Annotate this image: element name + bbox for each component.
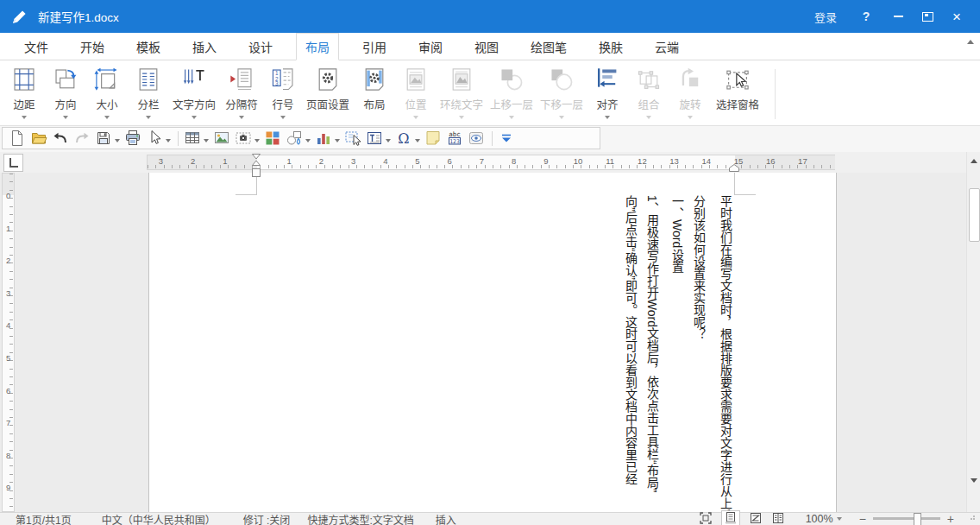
dropdown-arrow-icon[interactable] — [335, 139, 340, 142]
zoom-in-button[interactable]: + — [947, 513, 954, 525]
ribbon-button-label: 位置 — [405, 96, 426, 112]
tab-home[interactable]: 开始 — [72, 33, 113, 60]
toolbar-screenshot-button[interactable] — [235, 130, 260, 147]
view-fit-page-icon[interactable] — [699, 511, 713, 525]
toolbar-insert-symbol-button[interactable]: Ω — [395, 130, 420, 147]
dropdown-arrow-icon[interactable] — [280, 116, 286, 119]
document-text-column[interactable]: 向”后点击“确认”即可。这时可以看到文档中内容里已经 — [619, 195, 641, 512]
dropdown-arrow-icon[interactable] — [104, 116, 110, 119]
toolbar-word-count-button[interactable]: abc123 — [446, 130, 463, 147]
right-indent-marker[interactable] — [729, 164, 739, 172]
ribbon-orientation-button[interactable]: 方向 — [45, 64, 86, 120]
dropdown-arrow-icon[interactable] — [192, 116, 197, 119]
toolbar-insert-picture-button[interactable] — [213, 130, 230, 147]
zoom-dropdown-icon[interactable] — [837, 517, 842, 521]
ribbon-size-button[interactable]: 大小 — [86, 64, 128, 120]
maximize-button[interactable] — [913, 0, 942, 33]
vertical-scrollbar[interactable] — [966, 152, 980, 512]
toolbar-undo-button[interactable] — [52, 130, 69, 147]
ribbon-text-direction-button[interactable]: 文字方向 — [169, 64, 219, 120]
tab-design[interactable]: 设计 — [240, 33, 281, 60]
tab-skin[interactable]: 换肤 — [590, 33, 631, 60]
ribbon-margins-button[interactable]: 边距 — [3, 64, 45, 120]
tab-template[interactable]: 模板 — [128, 33, 169, 60]
toolbar-smartart-button[interactable] — [264, 130, 281, 147]
toolbar-read-mode-button[interactable] — [468, 130, 485, 147]
dropdown-arrow-icon[interactable] — [386, 139, 391, 142]
toolbar-text-box-button[interactable] — [366, 130, 391, 147]
tab-draw-pen[interactable]: 绘图笔 — [522, 33, 575, 60]
toolbar-select-button[interactable] — [146, 130, 171, 147]
toolbar-new-document-button[interactable] — [9, 130, 26, 147]
toolbar-open-file-button[interactable] — [30, 130, 47, 147]
dropdown-arrow-icon[interactable] — [305, 139, 311, 142]
ribbon-button-label: 文字方向 — [173, 96, 216, 112]
scroll-down-arrow-icon[interactable] — [971, 478, 977, 483]
dropdown-arrow-icon[interactable] — [63, 116, 68, 119]
tab-insert[interactable]: 插入 — [184, 33, 225, 60]
toolbar-insert-chart-button[interactable] — [315, 130, 340, 147]
first-line-indent-marker[interactable] — [252, 154, 261, 178]
zoom-level[interactable]: 100% — [806, 513, 833, 525]
toolbar-insert-table-button[interactable] — [184, 130, 209, 147]
ribbon-collapse-arrow-icon[interactable] — [967, 40, 974, 44]
help-button[interactable]: ? — [849, 0, 883, 33]
toolbar-insert-shapes-button[interactable] — [286, 130, 311, 147]
dropdown-arrow-icon[interactable] — [22, 116, 27, 119]
status-language-indicator[interactable]: 中文（中华人民共和国） — [102, 512, 216, 525]
ribbon-line-numbers-button[interactable]: 123行号 — [264, 64, 302, 120]
zoom-out-button[interactable]: − — [859, 513, 866, 525]
dropdown-arrow-icon[interactable] — [115, 139, 120, 142]
new-document-icon — [9, 130, 26, 147]
document-text-column[interactable]: 一、Word设置 — [666, 195, 688, 512]
ruler-number: 0 — [6, 191, 10, 200]
zoom-slider[interactable] — [873, 517, 940, 520]
ribbon-button-label: 组合 — [638, 96, 659, 112]
document-text-column[interactable]: 分别该如何设置来实现呢？ — [688, 195, 709, 512]
toolbar-sticky-note-button[interactable] — [424, 130, 442, 147]
ribbon-layout-button[interactable]: 布局 — [354, 64, 395, 120]
view-print-layout-icon[interactable] — [721, 510, 740, 525]
status-track-changes-indicator[interactable]: 修订 :关闭 — [243, 512, 291, 525]
vertical-ruler[interactable]: 0123456789 — [2, 173, 15, 512]
save-icon — [95, 130, 112, 147]
dropdown-arrow-icon[interactable] — [239, 116, 244, 119]
close-button[interactable]: × — [942, 0, 971, 33]
zoom-slider-handle[interactable] — [914, 513, 921, 525]
status-insert-mode-indicator[interactable]: 插入 — [436, 512, 456, 525]
document-text[interactable]: 平时我们在编写文档时，根据排版要求需要对文字进行从上W分别该如何设置来实现呢？一… — [589, 195, 736, 512]
status-shortcut-type-indicator[interactable]: 快捷方式类型:文字文档 — [307, 512, 413, 525]
scrollbar-thumb[interactable] — [969, 188, 980, 242]
dropdown-arrow-icon[interactable] — [166, 139, 171, 142]
document-text-column[interactable]: 平时我们在编写文档时，根据排版要求需要对文字进行从上W — [714, 195, 736, 512]
tab-review[interactable]: 审阅 — [410, 33, 451, 60]
dropdown-arrow-icon[interactable] — [146, 116, 151, 119]
ribbon-align-button[interactable]: 对齐 — [587, 64, 628, 120]
ribbon-columns-button[interactable]: 分栏 — [128, 64, 169, 120]
ribbon-selection-pane-button[interactable]: 选择窗格 — [711, 64, 764, 120]
resize-grip[interactable] — [968, 516, 975, 522]
status-page-indicator[interactable]: 第1页/共1页 — [16, 512, 72, 525]
scroll-up-arrow-icon[interactable] — [971, 159, 977, 163]
view-web-layout-icon[interactable] — [749, 511, 763, 525]
view-two-column-view-icon[interactable] — [771, 511, 785, 525]
document-text-column[interactable]: 1、用极速写作打开Word文档后，依次点击工具栏“布局” — [641, 195, 663, 512]
toolbar-customize-toolbar-button[interactable] — [498, 130, 515, 147]
ribbon-page-setup-button[interactable]: 页面设置 — [302, 64, 354, 120]
minimize-button[interactable] — [883, 0, 913, 33]
tab-file[interactable]: 文件 — [16, 33, 57, 60]
dropdown-arrow-icon[interactable] — [415, 139, 420, 142]
tab-layout[interactable]: 布局 — [296, 33, 339, 60]
dropdown-arrow-icon[interactable] — [204, 139, 209, 142]
tab-view[interactable]: 视图 — [466, 33, 507, 60]
toolbar-print-button[interactable] — [124, 130, 141, 147]
tab-cloud[interactable]: 云端 — [646, 33, 688, 60]
tab-selector-button[interactable] — [3, 154, 23, 172]
toolbar-select-objects-button[interactable] — [344, 130, 361, 147]
login-button[interactable]: 登录 — [802, 0, 849, 33]
ribbon-breaks-button[interactable]: 分隔符 — [219, 64, 264, 120]
dropdown-arrow-icon[interactable] — [254, 139, 260, 142]
toolbar-save-button[interactable] — [95, 130, 120, 147]
dropdown-arrow-icon[interactable] — [605, 116, 610, 119]
tab-references[interactable]: 引用 — [354, 33, 395, 60]
